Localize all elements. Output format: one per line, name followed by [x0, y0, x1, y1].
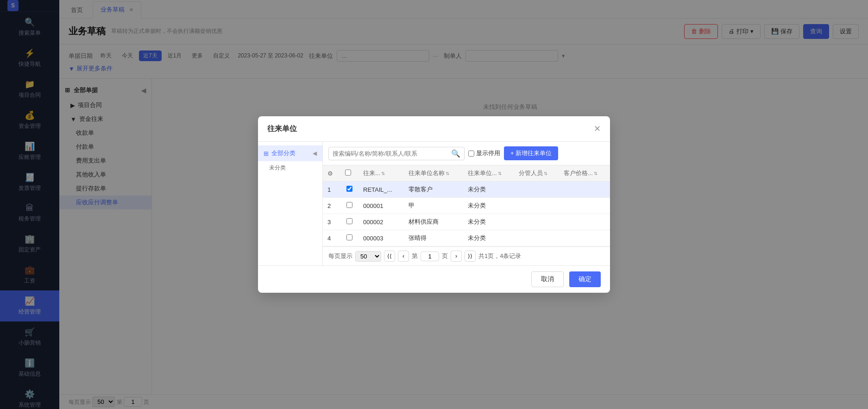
modal-body: ⊞ 全部分类 ◀ 未分类 🔍 显示停用 — [258, 142, 610, 265]
row-name: 张晴得 — [404, 230, 463, 246]
modal-table: ⚙ 往来...⇅ 往来单位名称⇅ 往来单位...⇅ 分管人员⇅ 客户价格...⇅ — [323, 165, 610, 246]
confirm-button[interactable]: 确定 — [569, 271, 601, 287]
counterpart-table: ⚙ 往来...⇅ 往来单位名称⇅ 往来单位...⇅ 分管人员⇅ 客户价格...⇅ — [323, 165, 610, 246]
row-type: 未分类 — [463, 198, 514, 214]
table-row[interactable]: 1 RETAIL_... 零散客户 未分类 — [323, 182, 610, 198]
col-manager[interactable]: 分管人员⇅ — [514, 165, 559, 182]
modal-page-input[interactable] — [421, 252, 439, 261]
page-label: 第 — [412, 252, 418, 260]
row-code: RETAIL_... — [359, 182, 404, 198]
row-checkbox[interactable] — [346, 202, 352, 208]
modal-page-size-select[interactable]: 50 10 20 100 — [355, 251, 381, 262]
col-settings: ⚙ — [323, 165, 340, 182]
first-page-button[interactable]: ⟨⟨ — [384, 251, 395, 262]
modal-close-button[interactable]: ✕ — [594, 124, 601, 134]
modal-toolbar: 🔍 显示停用 + 新增往来单位 — [323, 142, 610, 165]
modal-sidebar-all[interactable]: ⊞ 全部分类 ◀ — [258, 145, 322, 161]
col-code[interactable]: 往来...⇅ — [359, 165, 404, 182]
table-row[interactable]: 2 000001 甲 未分类 — [323, 198, 610, 214]
row-price — [559, 182, 610, 198]
row-name: 零散客户 — [404, 182, 463, 198]
row-checkbox-cell[interactable] — [340, 182, 359, 198]
col-type[interactable]: 往来单位...⇅ — [463, 165, 514, 182]
row-checkbox-cell[interactable] — [340, 198, 359, 214]
row-type: 未分类 — [463, 214, 514, 230]
modal-sidebar: ⊞ 全部分类 ◀ 未分类 — [258, 142, 323, 265]
show-disabled-label[interactable]: 显示停用 — [468, 149, 500, 157]
grid-icon: ⊞ — [264, 150, 269, 157]
prev-page-button[interactable]: ‹ — [398, 251, 409, 262]
page-size-label: 每页显示 — [328, 252, 352, 260]
row-manager — [514, 230, 559, 246]
modal-sidebar-unclassified[interactable]: 未分类 — [258, 161, 322, 175]
row-type: 未分类 — [463, 230, 514, 246]
row-price — [559, 198, 610, 214]
cancel-button[interactable]: 取消 — [531, 271, 564, 287]
select-all-checkbox[interactable] — [345, 170, 351, 176]
last-page-button[interactable]: ⟩⟩ — [465, 251, 476, 262]
row-code: 000001 — [359, 198, 404, 214]
row-manager — [514, 182, 559, 198]
search-box: 🔍 — [328, 147, 465, 160]
row-checkbox[interactable] — [346, 234, 352, 240]
col-name[interactable]: 往来单位名称⇅ — [404, 165, 463, 182]
modal-header: 往来单位 ✕ — [258, 116, 610, 142]
next-page-button[interactable]: › — [451, 251, 462, 262]
add-counterpart-button[interactable]: + 新增往来单位 — [504, 146, 558, 160]
col-checkbox — [340, 165, 359, 182]
modal-footer-bar: 每页显示 50 10 20 100 ⟨⟨ ‹ 第 页 › ⟩⟩ — [323, 246, 610, 265]
row-checkbox-cell[interactable] — [340, 214, 359, 230]
modal-overlay: 往来单位 ✕ ⊞ 全部分类 ◀ 未分类 — [0, 0, 868, 409]
page-unit-label: 页 — [442, 252, 448, 260]
row-code: 000002 — [359, 214, 404, 230]
row-manager — [514, 214, 559, 230]
counterpart-modal: 往来单位 ✕ ⊞ 全部分类 ◀ 未分类 — [258, 116, 610, 293]
modal-search-input[interactable] — [333, 150, 448, 157]
row-checkbox[interactable] — [346, 186, 352, 192]
show-disabled-checkbox[interactable] — [468, 151, 474, 157]
modal-search-icon: 🔍 — [451, 149, 460, 158]
row-checkbox-cell[interactable] — [340, 230, 359, 246]
table-row[interactable]: 4 000003 张晴得 未分类 — [323, 230, 610, 246]
modal-title: 往来单位 — [267, 124, 297, 134]
modal-sidebar-collapse[interactable]: ◀ — [313, 150, 317, 157]
row-price — [559, 214, 610, 230]
row-type: 未分类 — [463, 182, 514, 198]
modal-content: 🔍 显示停用 + 新增往来单位 ⚙ — [323, 142, 610, 265]
row-num: 2 — [323, 198, 340, 214]
row-code: 000003 — [359, 230, 404, 246]
row-manager — [514, 198, 559, 214]
col-price[interactable]: 客户价格...⇅ — [559, 165, 610, 182]
row-num: 1 — [323, 182, 340, 198]
row-name: 材料供应商 — [404, 214, 463, 230]
modal-actions: 取消 确定 — [258, 265, 610, 293]
row-num: 4 — [323, 230, 340, 246]
row-price — [559, 230, 610, 246]
pagination-area: 每页显示 50 10 20 100 ⟨⟨ ‹ 第 页 › ⟩⟩ — [328, 251, 521, 262]
table-row[interactable]: 3 000002 材料供应商 未分类 — [323, 214, 610, 230]
row-checkbox[interactable] — [346, 218, 352, 224]
row-num: 3 — [323, 214, 340, 230]
row-name: 甲 — [404, 198, 463, 214]
total-info: 共1页，4条记录 — [478, 252, 521, 260]
